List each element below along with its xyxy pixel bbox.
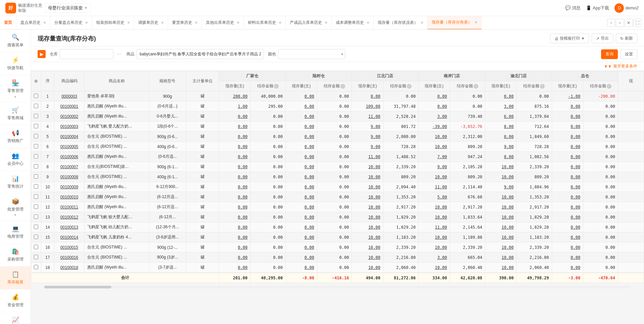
row-yubei-stock[interactable]: 9.00 bbox=[485, 142, 517, 152]
sidebar-item-ecommerce[interactable]: 💻 电商管理 bbox=[0, 221, 31, 244]
tab-material-out[interactable]: 材料出库单历史 ✕ bbox=[244, 16, 286, 30]
row-factory-stock[interactable]: 0.00 bbox=[219, 252, 251, 263]
sidebar-item-mall[interactable]: 🛒 零售商城 bbox=[0, 102, 31, 125]
sidebar-item-quicknav[interactable]: ⚡ 快捷导航 bbox=[0, 52, 31, 75]
row-luochen-stock[interactable]: 0.00 bbox=[286, 192, 317, 202]
row-checkbox[interactable] bbox=[31, 142, 41, 152]
row-total-stock[interactable]: -1.00 bbox=[552, 91, 583, 101]
row-total-stock[interactable]: 0.00 bbox=[552, 263, 583, 273]
row-factory-stock[interactable]: 0.00 bbox=[219, 212, 251, 222]
row-checkbox[interactable] bbox=[31, 172, 41, 182]
row-code[interactable]: 00100005 bbox=[54, 142, 84, 152]
row-luochen-stock[interactable]: 0.00 bbox=[286, 162, 317, 172]
row-code[interactable]: 0000003 bbox=[54, 91, 84, 101]
row-checkbox[interactable] bbox=[31, 222, 41, 232]
sidebar-item-finance[interactable]: 💰 资金管理 bbox=[0, 289, 31, 312]
close-tab-requisition[interactable]: ✕ bbox=[195, 21, 198, 25]
query-btn[interactable]: 查询 bbox=[601, 49, 618, 59]
user-profile[interactable]: D demo2 bbox=[614, 3, 639, 13]
scrollbar-thumb[interactable] bbox=[44, 286, 111, 288]
row-jiangbei-stock[interactable]: 9.00 bbox=[352, 122, 383, 132]
row-total-stock[interactable]: 0.00 bbox=[552, 111, 583, 122]
sidebar-item-purchase[interactable]: 🛍️ 采购管理 bbox=[0, 244, 31, 267]
row-factory-stock[interactable]: 0.00 bbox=[219, 111, 251, 122]
tab-fraction-stock[interactable]: 分量盘点单历史 ✕ bbox=[50, 16, 92, 30]
row-luochen-stock[interactable]: 0.00 bbox=[286, 91, 317, 101]
row-jiangbei-stock[interactable]: 10.00 bbox=[352, 232, 383, 242]
info-icon-factory[interactable]: i bbox=[274, 84, 279, 89]
row-luochen-stock[interactable]: 0.00 bbox=[286, 111, 317, 122]
tab-requisition[interactable]: 要货单历史 ✕ bbox=[168, 16, 202, 30]
row-code[interactable]: 00100018 bbox=[54, 263, 84, 273]
row-checkbox[interactable] bbox=[31, 152, 41, 162]
row-jiangbei-stock[interactable]: 10.00 bbox=[352, 172, 383, 182]
row-factory-stock[interactable]: 0.00 bbox=[219, 192, 251, 202]
row-jiangbei-stock[interactable]: 10.00 bbox=[352, 182, 383, 192]
filter-toggle-btn[interactable]: ▶ bbox=[38, 50, 46, 58]
row-checkbox[interactable] bbox=[31, 242, 41, 252]
close-tab-stock-check[interactable]: ✕ bbox=[43, 21, 46, 25]
app-download-btn[interactable]: 📱 App下载 bbox=[586, 5, 609, 11]
row-yubei-stock[interactable]: 10.00 bbox=[485, 202, 517, 212]
info-icon-yubei[interactable]: i bbox=[540, 84, 545, 89]
row-factory-stock[interactable]: 0.00 bbox=[219, 172, 251, 182]
info-icon-total[interactable]: i bbox=[607, 84, 611, 89]
table-container[interactable]: ⚙ 序 商品编码 商品名称 规格型号 主计量单位 厂家仓 陆村仓 江北门店 南岸… bbox=[31, 71, 644, 324]
row-code[interactable]: 00100009 bbox=[54, 182, 84, 192]
row-jiangbei-stock[interactable]: 11.00 bbox=[352, 111, 383, 122]
row-nanai-stock[interactable]: 9.00 bbox=[419, 162, 450, 172]
row-yubei-stock[interactable]: 10.00 bbox=[485, 252, 517, 263]
row-factory-stock[interactable]: 200.00 bbox=[219, 91, 251, 101]
row-jiangbei-stock[interactable]: 10.00 bbox=[352, 162, 383, 172]
row-nanai-stock[interactable]: 10.00 bbox=[419, 242, 450, 252]
tab-prev-btn[interactable]: ‹ bbox=[607, 19, 615, 27]
row-total-stock[interactable]: 0.00 bbox=[552, 172, 583, 182]
row-nanai-stock[interactable]: 0.00 bbox=[419, 101, 450, 111]
row-luochen-stock[interactable]: 0.00 bbox=[286, 182, 317, 192]
row-total-stock[interactable]: 0.00 bbox=[552, 212, 583, 222]
row-code[interactable]: 00100011 bbox=[54, 202, 84, 212]
row-checkbox[interactable] bbox=[31, 252, 41, 263]
close-tab-cost[interactable]: ✕ bbox=[367, 21, 369, 25]
row-code[interactable]: 00100001 bbox=[54, 101, 84, 111]
sidebar-item-wholesale[interactable]: 📦 批发管理 ▼ bbox=[0, 194, 31, 221]
row-factory-stock[interactable]: 0.00 bbox=[219, 122, 251, 132]
row-code[interactable]: 00100004 bbox=[54, 132, 84, 142]
row-nanai-stock[interactable]: 10.00 bbox=[419, 202, 450, 212]
row-nanai-stock[interactable]: 5.00 bbox=[419, 192, 450, 202]
close-tab-assembly[interactable]: ✕ bbox=[127, 21, 130, 25]
row-yubei-stock[interactable]: 10.00 bbox=[485, 232, 517, 242]
row-checkbox[interactable] bbox=[31, 111, 41, 122]
col-settings-header[interactable]: ⚙ bbox=[31, 71, 41, 91]
row-total-stock[interactable]: 0.00 bbox=[552, 202, 583, 212]
row-code[interactable]: 00100010 bbox=[54, 192, 84, 202]
row-yubei-stock[interactable]: 9.00 bbox=[485, 182, 517, 192]
row-checkbox[interactable] bbox=[31, 122, 41, 132]
row-total-stock[interactable]: 0.00 bbox=[552, 182, 583, 192]
row-luochen-stock[interactable]: 0.00 bbox=[286, 232, 317, 242]
row-factory-stock[interactable]: 0.00 bbox=[219, 162, 251, 172]
row-checkbox[interactable] bbox=[31, 232, 41, 242]
tab-other-out[interactable]: 其他出库单历史 ✕ bbox=[202, 16, 244, 30]
row-checkbox[interactable] bbox=[31, 132, 41, 142]
row-total-stock[interactable]: 0.00 bbox=[552, 222, 583, 232]
row-code[interactable]: 00100006 bbox=[54, 152, 84, 162]
row-jiangbei-stock[interactable]: 10.00 bbox=[352, 222, 383, 232]
row-factory-stock[interactable]: 1.00 bbox=[219, 101, 251, 111]
row-factory-stock[interactable]: 0.00 bbox=[219, 232, 251, 242]
company-dropdown[interactable]: 母婴行业演示陈套 ▼ bbox=[45, 3, 91, 13]
row-factory-stock[interactable]: 0.00 bbox=[219, 182, 251, 192]
row-nanai-stock[interactable]: 10.00 bbox=[419, 232, 450, 242]
row-luochen-stock[interactable]: 0.00 bbox=[286, 172, 317, 182]
row-total-stock[interactable]: 0.00 bbox=[552, 101, 583, 111]
tab-close-all-btn[interactable]: ✕ bbox=[625, 19, 633, 27]
close-tab-fraction[interactable]: ✕ bbox=[85, 21, 88, 25]
row-nanai-stock[interactable]: 11.00 bbox=[419, 222, 450, 232]
row-code[interactable]: 00100014 bbox=[54, 232, 84, 242]
row-total-stock[interactable]: 0.00 bbox=[552, 192, 583, 202]
horizontal-scrollbar[interactable] bbox=[31, 283, 644, 291]
row-luochen-stock[interactable]: 0.00 bbox=[286, 122, 317, 132]
row-factory-stock[interactable]: 0.00 bbox=[219, 263, 251, 273]
row-luochen-stock[interactable]: 0.00 bbox=[286, 242, 317, 252]
row-factory-stock[interactable]: 0.00 bbox=[219, 132, 251, 142]
